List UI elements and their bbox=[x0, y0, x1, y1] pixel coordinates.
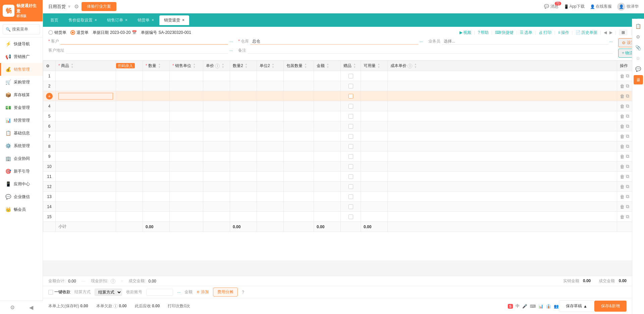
delete-icon[interactable]: 🗑 bbox=[620, 174, 625, 179]
staff-input[interactable] bbox=[442, 38, 608, 45]
customer-select-icon[interactable]: ··· bbox=[229, 39, 233, 44]
delete-icon[interactable]: 🗑 bbox=[620, 114, 625, 119]
product-cell-2[interactable] bbox=[56, 81, 116, 91]
cost-cell-3[interactable] bbox=[388, 91, 617, 101]
sort-unit-icon[interactable]: ▲▼ bbox=[193, 63, 196, 69]
sidebar-item-guide[interactable]: 🎯 新手引导 bbox=[0, 165, 43, 178]
sidebar-item-marketing[interactable]: 📢 营销推广 bbox=[0, 50, 43, 63]
sidebar-item-member[interactable]: 👑 畅会员 bbox=[0, 203, 43, 216]
unit2-cell-2[interactable] bbox=[257, 81, 284, 91]
chinese-icon[interactable]: 中 bbox=[516, 303, 520, 309]
delete-icon[interactable]: 🗑 bbox=[620, 214, 625, 219]
qty2-cell-3[interactable] bbox=[230, 91, 257, 101]
price-cell-1[interactable] bbox=[203, 71, 230, 81]
payment-checkbox[interactable] bbox=[48, 290, 53, 295]
delete-icon-2[interactable]: 🗑 bbox=[620, 83, 625, 89]
sidebar-item-base[interactable]: 📋 基础信息 bbox=[0, 127, 43, 139]
tab-close-sales-delivery[interactable]: × bbox=[152, 18, 154, 22]
delete-icon[interactable]: 🗑 bbox=[620, 134, 625, 139]
video-button[interactable]: ▶ 视频 bbox=[460, 30, 471, 36]
info-icon-credit[interactable]: i bbox=[113, 304, 118, 308]
sort-gift-icon[interactable]: ▲▼ bbox=[353, 63, 356, 69]
remarks-input[interactable] bbox=[248, 47, 613, 54]
amount-cell-3[interactable] bbox=[314, 91, 341, 101]
unit2-cell-1[interactable] bbox=[257, 71, 284, 81]
cost-cell-1[interactable] bbox=[388, 71, 617, 81]
one-click-payment-checkbox[interactable]: 一键收款 bbox=[48, 289, 70, 295]
delete-icon[interactable]: 🗑 bbox=[620, 184, 625, 189]
avail-cell-2[interactable] bbox=[361, 81, 388, 91]
delete-icon[interactable]: 🗑 bbox=[620, 194, 625, 199]
copy-icon[interactable]: ⧉ bbox=[626, 184, 629, 189]
discount-info-icon[interactable]: i bbox=[111, 279, 115, 284]
message-button[interactable]: 💬 消息 70 bbox=[544, 4, 558, 9]
shortcuts-button[interactable]: ⌨ 快捷键 bbox=[495, 30, 514, 36]
packqty-cell-1[interactable] bbox=[284, 71, 314, 81]
sidebar-item-purchase[interactable]: 🛒 采购管理 bbox=[0, 76, 43, 88]
product-cell-1[interactable] bbox=[56, 71, 116, 81]
tab-close-price-settings[interactable]: × bbox=[95, 18, 97, 22]
delete-icon[interactable]: 🗑 bbox=[620, 144, 625, 149]
packqty-cell-2[interactable] bbox=[284, 81, 314, 91]
settings-icon[interactable]: ⚙ bbox=[10, 304, 15, 311]
copy-icon[interactable]: ⧉ bbox=[626, 133, 629, 139]
delete-icon[interactable]: 🗑 bbox=[620, 124, 625, 129]
sort-unit2-icon[interactable]: ▲▼ bbox=[272, 63, 274, 69]
qty2-cell-2[interactable] bbox=[230, 81, 257, 91]
mic-icon[interactable]: 🎤 bbox=[522, 304, 527, 309]
search-menu-button[interactable]: 🔍 搜索菜单 bbox=[3, 24, 40, 35]
price-cell-3[interactable] bbox=[203, 91, 230, 101]
shirt-icon[interactable]: 👔 bbox=[546, 304, 551, 309]
copy-icon[interactable]: ⧉ bbox=[626, 103, 629, 109]
unit-cell-3[interactable] bbox=[170, 91, 203, 101]
right-panel-btn-1[interactable]: 📋 bbox=[634, 21, 643, 31]
online-service-button[interactable]: 👤 在线客服 bbox=[590, 4, 612, 9]
sort-cost-icon[interactable]: ▲▼ bbox=[414, 63, 417, 69]
sort-qty2-icon[interactable]: ▲▼ bbox=[245, 63, 248, 69]
help-button[interactable]: ? 帮助 bbox=[478, 30, 489, 36]
amount-cell-2[interactable] bbox=[314, 81, 341, 91]
chart-icon[interactable]: 📊 bbox=[538, 304, 543, 309]
tab-sales-order[interactable]: 销售订单 × bbox=[102, 15, 132, 25]
tab-sales-return[interactable]: 销货退货 × bbox=[159, 15, 189, 25]
copy-icon[interactable]: ⧉ bbox=[626, 164, 629, 169]
prev-record-icon[interactable]: ◀ bbox=[604, 30, 607, 35]
next-record-icon[interactable]: ▶ bbox=[609, 30, 612, 35]
delete-icon[interactable]: 🗑 bbox=[620, 104, 625, 109]
copy-icon[interactable]: ⧉ bbox=[626, 214, 629, 219]
copy-icon[interactable]: ⧉ bbox=[626, 153, 629, 159]
unit-cell-1[interactable] bbox=[170, 71, 203, 81]
copy-icon[interactable]: ⧉ bbox=[626, 204, 629, 209]
add-payment-button[interactable]: ⊕ 添加 bbox=[197, 289, 209, 295]
account-input[interactable] bbox=[146, 289, 173, 296]
sidebar-item-funds[interactable]: 💵 资金管理 bbox=[0, 101, 43, 114]
avail-cell-1[interactable] bbox=[361, 71, 388, 81]
collapse-icon[interactable]: ◀ bbox=[29, 304, 33, 311]
copy-icon[interactable]: ⧉ bbox=[626, 174, 629, 179]
right-panel-btn-3[interactable]: 📎 bbox=[634, 43, 643, 52]
amount-cell-1[interactable] bbox=[314, 71, 341, 81]
sidebar-item-shortcuts[interactable]: ⚡ 快捷导航 bbox=[0, 38, 43, 50]
delete-icon[interactable]: 🗑 bbox=[620, 154, 625, 159]
tab-close-sales-order[interactable]: × bbox=[125, 18, 127, 22]
header-settings-icon[interactable]: ⚙ bbox=[74, 3, 79, 10]
tab-price-settings[interactable]: 售价提取设置 × bbox=[64, 15, 102, 25]
tab-close-sales-return[interactable]: × bbox=[182, 18, 184, 22]
right-panel-btn-6[interactable]: 🖥 bbox=[634, 75, 643, 84]
warehouse-input[interactable] bbox=[250, 38, 418, 45]
warehouse-select-icon[interactable]: ··· bbox=[420, 39, 423, 44]
delete-icon-1[interactable]: 🗑 bbox=[620, 73, 625, 79]
sidebar-item-wechat[interactable]: 💬 企业微信 bbox=[0, 190, 43, 203]
keyboard-icon-2[interactable]: ⌨ bbox=[530, 304, 536, 309]
qty-cell-3[interactable] bbox=[143, 91, 170, 101]
qty-cell-2[interactable] bbox=[143, 81, 170, 91]
address-select-icon[interactable]: ··· bbox=[229, 48, 233, 53]
save-draft-button[interactable]: 保存草稿 ▲ bbox=[559, 300, 594, 312]
radio-return[interactable]: 退货单 bbox=[70, 30, 89, 36]
tab-sales-delivery[interactable]: 销货单 × bbox=[133, 15, 159, 25]
staff-select-icon[interactable]: ··· bbox=[609, 39, 613, 44]
tab-home[interactable]: 首页 bbox=[46, 15, 63, 25]
qty-cell-1[interactable] bbox=[143, 71, 170, 81]
sort-packqty-icon[interactable]: ▲▼ bbox=[304, 63, 307, 69]
app-download-button[interactable]: 📱 App下载 bbox=[564, 4, 585, 9]
